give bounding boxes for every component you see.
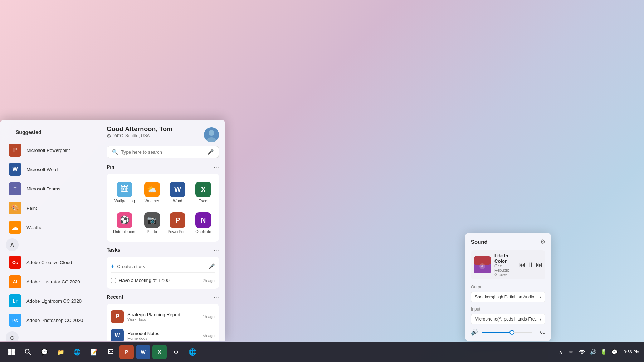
volume-thumb[interactable] [509, 330, 514, 335]
sidebar-item-illustrator[interactable]: Ai Adobe Illustrator CC 2020 [3, 272, 97, 291]
pin-item-word[interactable]: W Word [165, 178, 190, 207]
paint-icon: 🎨 [9, 202, 21, 214]
svg-point-6 [481, 265, 483, 267]
sidebar-item-powerpoint[interactable]: P Microsoft Powerpoint [3, 140, 97, 160]
taskbar-message-icon[interactable]: 💬 [611, 348, 618, 356]
sidebar-item-adobe-cc[interactable]: Cc Adobe Creative Cloud [3, 253, 97, 272]
svg-point-1 [209, 130, 214, 136]
sidebar-item-paint[interactable]: 🎨 Paint [3, 198, 97, 218]
taskbar: 💬 📁 🌐 📝 🖼 P W X ⚙ 🌐 ∧ ✏ [0, 342, 644, 362]
sound-settings-icon[interactable]: ⚙ [540, 238, 545, 245]
input-device: Microphone(Airpods Hands-Free... [475, 317, 540, 322]
create-task-mic-icon[interactable]: 🎤 [209, 263, 215, 269]
pin-item-weather[interactable]: ⛅ Weather [141, 178, 163, 207]
output-dropdown[interactable]: Speakers(High Definition Audio... ▾ [471, 292, 545, 302]
sidebar-app-adobe-cc-label: Adobe Creative Cloud [26, 260, 72, 265]
taskbar-search-button[interactable] [21, 345, 35, 359]
taskbar-excel-button[interactable]: X [152, 345, 167, 359]
search-bar[interactable]: 🔍 🎤 [107, 146, 219, 158]
lightroom-icon: Lr [9, 294, 21, 307]
pin-section-header: Pin ··· [107, 164, 219, 170]
greeting-row: Good Afternoon, Tom ⚙ 24°C Seattle, USA [107, 125, 219, 144]
pin-item-powerpoint[interactable]: P PowerPoint [165, 209, 190, 237]
taskbar-overflow-icon[interactable]: ∧ [557, 348, 564, 356]
taskbar-pen-icon[interactable]: ✏ [568, 348, 575, 356]
recent-item-0-left: P Strategic Planning Report Work docs [111, 310, 180, 323]
clock-time: 3:56 PM [624, 349, 640, 355]
sidebar-app-weather-label: Weather [26, 225, 44, 230]
prev-button[interactable]: ⏮ [519, 262, 525, 268]
pin-item-photo[interactable]: 📷 Photo [141, 209, 163, 237]
recent-item-1-location: Home docs [127, 336, 160, 341]
taskbar-browser-button[interactable]: 🌐 [185, 345, 200, 359]
weather-row: ⚙ 24°C Seattle, USA [107, 133, 172, 139]
song-source: Groove [494, 272, 515, 277]
svg-rect-10 [12, 352, 15, 356]
weather-location: Seattle, USA [125, 133, 150, 138]
tasks-more-button[interactable]: ··· [214, 247, 219, 253]
taskbar-right: ∧ ✏ 🔊 🔋 💬 3:56 PM [557, 348, 640, 356]
volume-icon: 🔊 [471, 329, 478, 336]
adobe-cc-icon: Cc [9, 256, 21, 269]
sidebar-app-word-label: Microsoft Word [26, 167, 58, 172]
volume-row: 🔊 60 [471, 329, 545, 336]
illustrator-icon: Ai [9, 275, 21, 288]
recent-item-1[interactable]: W Remodel Notes Home docs 5h ago [111, 326, 215, 341]
sidebar-app-illustrator-label: Adobe Illustrator CC 2020 [26, 279, 80, 284]
time-display[interactable]: 3:56 PM [624, 349, 640, 355]
pin-item-excel[interactable]: X Excel [192, 178, 215, 207]
song-info: Life In Color One Republic Groove [494, 253, 515, 277]
pin-item-dribbble[interactable]: ⚽ Dribbble.com [111, 209, 138, 237]
input-label: Input [471, 307, 545, 312]
sidebar-item-lightroom[interactable]: Lr Adobe Lightroom CC 2020 [3, 291, 97, 311]
taskbar-ppt-button[interactable]: P [119, 345, 134, 359]
pause-button[interactable]: ⏸ [527, 262, 534, 268]
taskbar-photos-button[interactable]: 🖼 [103, 345, 117, 359]
sidebar-item-photoshop[interactable]: Ps Adobe Photoshop CC 2020 [3, 311, 97, 330]
start-menu: ☰ Suggested P Microsoft Powerpoint W Mic… [0, 120, 225, 341]
taskbar-chat-button[interactable]: 💬 [37, 345, 52, 359]
pin-more-button[interactable]: ··· [214, 164, 219, 170]
hamburger-icon[interactable]: ☰ [6, 128, 11, 136]
task-meeting-name: Have a Meeting at 12:00 [119, 278, 170, 283]
taskbar-notes-button[interactable]: 📝 [87, 345, 101, 359]
create-task-label: Create a task [117, 264, 206, 269]
song-artist: One Republic [494, 264, 515, 272]
sidebar-item-word[interactable]: W Microsoft Word [3, 160, 97, 179]
recent-item-1-name: Remodel Notes [127, 331, 160, 336]
task-item-meeting[interactable]: Have a Meeting at 12:00 2h ago [111, 276, 215, 285]
recent-container: P Strategic Planning Report Work docs 1h… [107, 304, 219, 341]
input-dropdown[interactable]: Microphone(Airpods Hands-Free... ▾ [471, 314, 545, 324]
pin-item-wallpaper[interactable]: 🖼 Wallpa...jpg [111, 178, 138, 207]
pin-item-onenote[interactable]: N OneNote [192, 209, 215, 237]
section-letter-a: A [6, 238, 19, 251]
next-button[interactable]: ⏭ [536, 262, 542, 268]
sidebar-header: ☰ Suggested [0, 125, 100, 140]
svg-rect-7 [8, 349, 11, 352]
create-task-row[interactable]: + Create a task 🎤 [111, 260, 215, 273]
recent-item-1-icon: W [111, 329, 124, 341]
taskbar-battery-icon[interactable]: 🔋 [600, 348, 607, 356]
task-checkbox[interactable] [111, 278, 116, 283]
volume-slider[interactable] [482, 332, 532, 333]
taskbar-explorer-button[interactable]: 📁 [54, 345, 68, 359]
task-meeting-time: 2h ago [203, 278, 215, 283]
sidebar-title: Suggested [16, 129, 42, 135]
recent-more-button[interactable]: ··· [214, 294, 219, 300]
taskbar-word-button[interactable]: W [136, 345, 150, 359]
search-input[interactable] [121, 149, 205, 155]
taskbar-windows-button[interactable] [4, 345, 19, 359]
taskbar-network-icon[interactable] [579, 348, 586, 356]
svg-point-13 [581, 353, 583, 354]
recent-item-0-info: Strategic Planning Report Work docs [127, 312, 180, 322]
recent-item-0[interactable]: P Strategic Planning Report Work docs 1h… [111, 307, 215, 326]
taskbar-edge-button[interactable]: 🌐 [70, 345, 84, 359]
recent-item-0-location: Work docs [127, 317, 180, 322]
taskbar-settings-button[interactable]: ⚙ [169, 345, 183, 359]
sidebar-item-teams[interactable]: T Microsoft Teams [3, 179, 97, 198]
weather-temp-icon: ⚙ [107, 133, 111, 139]
sidebar-item-weather[interactable]: ☁ Weather [3, 218, 97, 237]
user-avatar[interactable] [204, 127, 219, 142]
taskbar-volume-icon[interactable]: 🔊 [589, 348, 596, 356]
mic-icon[interactable]: 🎤 [208, 149, 214, 155]
